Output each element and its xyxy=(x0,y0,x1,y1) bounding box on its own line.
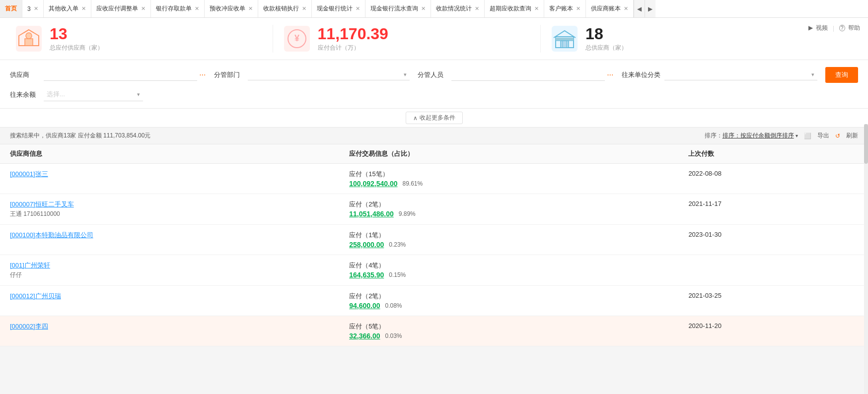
nav-tab-advance[interactable]: 预收冲应收单 ✕ xyxy=(205,0,258,17)
nav-tab-cash-flow-query[interactable]: 现金银行流水查询 ✕ xyxy=(365,0,431,17)
supplier-link[interactable]: [000012]广州贝瑞 xyxy=(10,292,61,300)
separator: | xyxy=(833,25,834,32)
summary-card-total-suppliers: 18 总供应商（家） xyxy=(541,25,808,53)
tx-amount[interactable]: 32,366.00 xyxy=(349,332,380,340)
nav-prev-button[interactable]: ◀ xyxy=(634,0,645,17)
tx-label: 应付（4笔） xyxy=(349,261,688,270)
nav-tab-supplier-ledger-label: 供应商账本 xyxy=(591,4,621,13)
sort-arrow-icon: ▾ xyxy=(796,133,798,138)
refresh-icon: ↺ xyxy=(835,132,840,139)
last-pay-date: 2021-11-17 xyxy=(688,200,858,207)
close-icon[interactable]: ✕ xyxy=(624,5,628,12)
supplier-link[interactable]: [000002]李四 xyxy=(10,323,48,330)
supplier-dots-btn[interactable]: ··· xyxy=(199,70,206,79)
filter-row-1: 供应商 ··· 分管部门 ▾ 分管人员 ··· 往来单位分类 ▾ 查询 xyxy=(10,67,858,83)
money-icon: ¥ xyxy=(283,25,311,53)
category-select[interactable]: ▾ xyxy=(664,69,818,80)
nav-tab-bank[interactable]: 银行存取款单 ✕ xyxy=(151,0,205,17)
filter-area: 供应商 ··· 分管部门 ▾ 分管人员 ··· 往来单位分类 ▾ 查询 往来 xyxy=(0,60,868,109)
collapse-button[interactable]: ∧ 收起更多条件 xyxy=(406,112,463,124)
tx-amount[interactable]: 258,000.00 xyxy=(349,241,384,249)
help-link[interactable]: 帮助 xyxy=(839,24,860,32)
nav-tab-home[interactable]: 首页 xyxy=(0,0,22,17)
close-icon[interactable]: ✕ xyxy=(195,5,199,12)
refresh-button[interactable]: 刷新 xyxy=(846,131,858,140)
tx-label: 应付（15笔） xyxy=(349,170,688,179)
supplier-link[interactable]: [000100]本特勤油品有限公司 xyxy=(10,231,93,239)
close-icon[interactable]: ✕ xyxy=(302,5,306,12)
scrollbar-track[interactable] xyxy=(864,124,868,346)
help-links: 视频 | 帮助 xyxy=(808,24,860,32)
balance-select-placeholder: 选择... xyxy=(47,90,65,99)
close-icon[interactable]: ✕ xyxy=(248,5,253,12)
table-row: [000100]本特勤油品有限公司应付（1笔）258,000.000.23%20… xyxy=(0,225,868,255)
tx-amount[interactable]: 100,092,540.00 xyxy=(349,180,397,188)
video-label: 视频 xyxy=(816,24,828,31)
supplier-input[interactable] xyxy=(44,69,197,81)
scrollbar-thumb[interactable] xyxy=(864,124,868,164)
supplier-link[interactable]: [000001]张三 xyxy=(10,170,48,178)
person-dots-btn[interactable]: ··· xyxy=(607,70,613,79)
table-row: [001]广州荣轩仔仔应付（4笔）164,635.900.15% xyxy=(0,255,868,286)
collapse-label: 收起更多条件 xyxy=(420,114,455,122)
tx-label: 应付（2笔） xyxy=(349,292,688,301)
close-icon[interactable]: ✕ xyxy=(534,5,539,12)
card3-label: 总供应商（家） xyxy=(585,44,627,52)
nav-tab-ar-ap-adjust-label: 应收应付调整单 xyxy=(96,4,138,13)
tx-percentage: 0.15% xyxy=(389,271,406,278)
tx-cell: 应付（15笔）100,092,540.0089.61% xyxy=(349,170,688,188)
nav-tab-supplier-ledger[interactable]: 供应商账本 ✕ xyxy=(586,0,634,17)
close-icon[interactable]: ✕ xyxy=(141,5,145,12)
tx-amount[interactable]: 11,051,486.00 xyxy=(349,210,394,218)
close-icon[interactable]: ✕ xyxy=(34,5,38,12)
close-icon[interactable]: ✕ xyxy=(421,5,426,12)
sort-label[interactable]: 排序：排序：按应付余额倒序排序 ▾ xyxy=(705,131,798,140)
nav-tab-customer-ledger[interactable]: 客户账本 ✕ xyxy=(544,0,586,17)
table-body: [000001]张三应付（15笔）100,092,540.0089.61%202… xyxy=(0,164,868,346)
close-icon[interactable]: ✕ xyxy=(576,5,580,12)
help-icon xyxy=(839,24,847,31)
balance-select[interactable]: 选择... ▾ xyxy=(44,88,143,101)
nav-tab-cash-bank-stat[interactable]: 现金银行统计 ✕ xyxy=(312,0,365,17)
close-icon[interactable]: ✕ xyxy=(475,5,479,12)
nav-next-button[interactable]: ▶ xyxy=(645,0,655,17)
tx-amount-row: 94,600.000.08% xyxy=(349,302,688,310)
top-right-section: 视频 | 帮助 xyxy=(808,18,868,60)
table-row: [000007]恒旺二手叉车王通 17106110000应付（2笔）11,051… xyxy=(0,194,868,225)
supplier-link[interactable]: [000007]恒旺二手叉车 xyxy=(10,200,74,208)
query-button[interactable]: 查询 xyxy=(825,67,858,83)
close-icon[interactable]: ✕ xyxy=(81,5,86,12)
table-row: [000012]广州贝瑞应付（2笔）94,600.000.08%2021-03-… xyxy=(0,286,868,316)
nav-tab-other-income[interactable]: 其他收入单 ✕ xyxy=(44,0,91,17)
nav-tab-overdue-query[interactable]: 超期应收款查询 ✕ xyxy=(485,0,544,17)
nav-tab-receipt-stat-label: 收款情况统计 xyxy=(436,4,472,13)
nav-tab-receipt-verify[interactable]: 收款核销执行 ✕ xyxy=(258,0,312,17)
svg-rect-9 xyxy=(561,41,569,48)
tx-amount[interactable]: 94,600.00 xyxy=(349,302,380,310)
close-icon[interactable]: ✕ xyxy=(356,5,360,12)
export-button[interactable]: 导出 xyxy=(817,131,829,140)
person-input[interactable] xyxy=(451,69,605,81)
card1-number: 13 xyxy=(50,25,103,43)
dept-select[interactable]: ▾ xyxy=(248,69,410,80)
tx-cell: 应付（4笔）164,635.900.15% xyxy=(349,261,688,279)
nav-tab-receipt-stat[interactable]: 收款情况统计 ✕ xyxy=(431,0,485,17)
filter-person: 分管人员 ··· xyxy=(418,69,614,81)
nav-tab-3[interactable]: 3 ✕ xyxy=(22,0,44,17)
table-row: [000002]李四应付（5笔）32,366.000.03%2020-11-20 xyxy=(0,316,868,346)
tx-amount-row: 164,635.900.15% xyxy=(349,271,688,279)
supplier-link[interactable]: [001]广州荣轩 xyxy=(10,262,50,269)
col-last-pay: 上次付数 xyxy=(688,149,858,158)
category-filter-label: 往来单位分类 xyxy=(622,70,660,79)
sort-link[interactable]: 排序：按应付余额倒序排序 xyxy=(723,132,794,139)
nav-tab-ar-ap-adjust[interactable]: 应收应付调整单 ✕ xyxy=(91,0,151,17)
last-pay-date: 2020-11-20 xyxy=(688,322,858,329)
tx-amount-row: 11,051,486.009.89% xyxy=(349,210,688,218)
video-link[interactable]: 视频 xyxy=(808,24,828,32)
tx-amount[interactable]: 164,635.90 xyxy=(349,271,384,279)
table-row: [000001]张三应付（15笔）100,092,540.0089.61%202… xyxy=(0,164,868,194)
result-bar: 搜索结果中，供应商13家 应付金额 111,703,854.00元 排序：排序：… xyxy=(0,128,868,144)
tx-cell: 应付（2笔）94,600.000.08% xyxy=(349,292,688,310)
nav-tab-bank-label: 银行存取款单 xyxy=(156,4,192,13)
tx-cell: 应付（1笔）258,000.000.23% xyxy=(349,231,688,249)
